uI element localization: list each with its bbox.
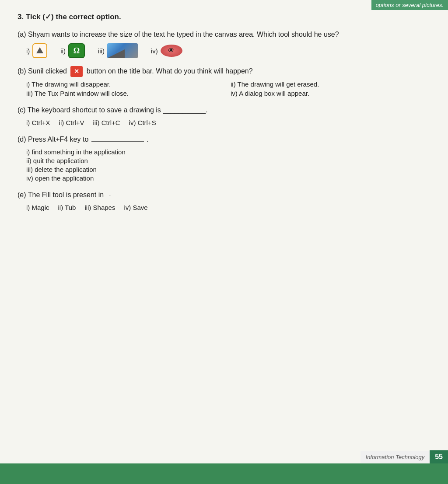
- instruction-text: Tick (✓) the correct option.: [26, 13, 121, 21]
- option-a-iv-label: iv): [151, 47, 158, 55]
- question-e-options: i) Magic ii) Tub iii) Shapes iv) Save: [26, 204, 430, 211]
- x-button-icon: ✕: [70, 66, 83, 77]
- option-e-ii[interactable]: ii) Tub: [58, 204, 76, 211]
- question-a-label: (a) Shyam wants to increase the size of …: [18, 29, 430, 40]
- option-e-iii-text: iii) Shapes: [84, 204, 115, 211]
- header-strip: options or several pictures.: [371, 0, 448, 10]
- question-c-label: (c) The keyboard shortcut to save a draw…: [18, 105, 430, 115]
- option-b-iii-text: iii) The Tux Paint window will close.: [26, 90, 129, 97]
- option-a-iii-label: iii): [98, 47, 105, 55]
- option-b-i-text: i) The drawing will disappear.: [26, 80, 111, 88]
- option-b-ii[interactable]: ii) The drawing will get erased.: [231, 80, 430, 88]
- option-d-iii[interactable]: iii) delete the application: [26, 166, 430, 173]
- svg-marker-0: [36, 47, 43, 53]
- option-a-ii-label: ii): [60, 47, 66, 55]
- option-c-iv[interactable]: iv) Ctrl+S: [129, 119, 156, 126]
- option-d-ii[interactable]: ii) quit the application: [26, 157, 430, 164]
- footer-bar: Information Technology 55: [360, 450, 448, 463]
- option-b-ii-text: ii) The drawing will get erased.: [231, 80, 319, 88]
- question-d-pre: (d) Press Alt+F4 key to: [18, 136, 88, 143]
- question-d-blank: [91, 141, 144, 142]
- question-d-options: i) find something in the application ii)…: [26, 148, 430, 182]
- option-d-i-text: i) find something in the application: [26, 148, 126, 156]
- question-number: 3.: [18, 13, 24, 21]
- question-d: (d) Press Alt+F4 key to . i) find someth…: [18, 134, 430, 182]
- option-e-i[interactable]: i) Magic: [26, 204, 49, 211]
- question-b-options: i) The drawing will disappear. ii) The d…: [26, 80, 430, 97]
- option-e-iv[interactable]: iv) Save: [124, 204, 147, 211]
- question-e: (e) The Fill tool is present in · i) Mag…: [18, 190, 430, 211]
- up-arrow-icon: [32, 43, 47, 58]
- question-a-options: i) ii) Ω iii) iv): [26, 43, 430, 58]
- option-a-i[interactable]: i): [26, 43, 47, 58]
- option-a-iv[interactable]: iv): [151, 45, 182, 57]
- option-c-i[interactable]: i) Ctrl+X: [26, 119, 50, 126]
- option-c-iii-text: iii) Ctrl+C: [93, 119, 120, 126]
- option-d-ii-text: ii) quit the application: [26, 157, 88, 164]
- question-a: (a) Shyam wants to increase the size of …: [18, 29, 430, 58]
- option-e-iii[interactable]: iii) Shapes: [84, 204, 115, 211]
- option-d-i[interactable]: i) find something in the application: [26, 148, 430, 156]
- question-b: (b) Sunil clicked ✕ button on the title …: [18, 66, 430, 97]
- eye-oval-icon: [161, 45, 182, 57]
- page-container: options or several pictures. 3. Tick (✓)…: [0, 0, 448, 463]
- option-b-iii[interactable]: iii) The Tux Paint window will close.: [26, 90, 226, 97]
- footer-text: Information Technology: [360, 451, 430, 463]
- question-e-label: (e) The Fill tool is present in ·: [18, 190, 430, 200]
- question-header: 3. Tick (✓) the correct option.: [18, 12, 430, 21]
- option-a-iii[interactable]: iii): [98, 43, 138, 58]
- option-e-iv-text: iv) Save: [124, 204, 147, 211]
- option-c-iii[interactable]: iii) Ctrl+C: [93, 119, 120, 126]
- gradient-img-icon: [107, 43, 138, 58]
- option-c-ii-text: ii) Ctrl+V: [59, 119, 84, 126]
- option-b-iv-text: iv) A dialog box will appear.: [231, 90, 309, 97]
- option-d-iv[interactable]: iv) open the application: [26, 174, 430, 182]
- bottom-green-bar: [0, 463, 448, 484]
- question-d-post: .: [147, 136, 148, 143]
- option-c-ii[interactable]: ii) Ctrl+V: [59, 119, 84, 126]
- option-c-i-text: i) Ctrl+X: [26, 119, 50, 126]
- option-b-iv[interactable]: iv) A dialog box will appear.: [231, 90, 430, 97]
- question-e-dot: ·: [109, 192, 111, 198]
- option-c-iv-text: iv) Ctrl+S: [129, 119, 156, 126]
- option-a-ii[interactable]: ii) Ω: [60, 43, 85, 58]
- footer-page-number: 55: [430, 450, 448, 463]
- header-strip-text: options or several pictures.: [376, 2, 444, 8]
- question-c-options: i) Ctrl+X ii) Ctrl+V iii) Ctrl+C iv) Ctr…: [26, 119, 430, 126]
- option-d-iii-text: iii) delete the application: [26, 166, 97, 173]
- question-b-label: (b) Sunil clicked ✕ button on the title …: [18, 66, 430, 77]
- question-b-pre: (b) Sunil clicked: [18, 67, 69, 75]
- question-c: (c) The keyboard shortcut to save a draw…: [18, 105, 430, 126]
- option-a-i-label: i): [26, 47, 30, 55]
- option-e-i-text: i) Magic: [26, 204, 49, 211]
- question-e-label-text: (e) The Fill tool is present in: [18, 191, 104, 198]
- option-d-iv-text: iv) open the application: [26, 174, 94, 182]
- question-b-post: button on the title bar. What do you thi…: [84, 67, 252, 75]
- text-tool-icon: Ω: [68, 43, 85, 58]
- question-d-label: (d) Press Alt+F4 key to .: [18, 134, 430, 145]
- option-e-ii-text: ii) Tub: [58, 204, 76, 211]
- option-b-i[interactable]: i) The drawing will disappear.: [26, 80, 226, 88]
